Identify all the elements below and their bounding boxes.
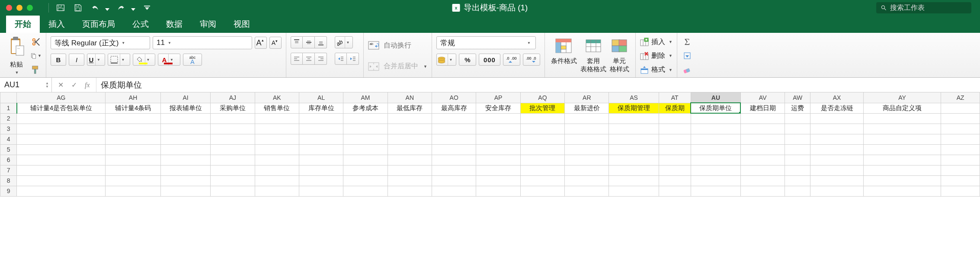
align-center-button[interactable] xyxy=(303,53,315,65)
cell-AH5[interactable] xyxy=(106,144,161,155)
cell-AZ8[interactable] xyxy=(941,175,980,186)
borders-button[interactable]: ▼ xyxy=(108,54,130,66)
insert-function-button[interactable]: fx xyxy=(85,81,90,89)
cell-AQ4[interactable] xyxy=(520,134,564,144)
cell-AV6[interactable] xyxy=(740,155,785,165)
table-format-button[interactable]: 套用 表格格式 xyxy=(579,36,608,76)
cell-AQ7[interactable] xyxy=(520,165,564,175)
cell-AG3[interactable] xyxy=(17,124,106,134)
cell-AS2[interactable] xyxy=(609,113,659,124)
cell-AW5[interactable] xyxy=(785,144,810,155)
cell-AL1[interactable]: 库存单位 xyxy=(299,103,343,113)
align-bottom-button[interactable] xyxy=(315,36,327,48)
cell-AM7[interactable] xyxy=(343,165,388,175)
autosum-button[interactable]: Σ xyxy=(682,37,693,47)
tab-formulas[interactable]: 公式 xyxy=(124,15,157,33)
column-header-AH[interactable]: AH xyxy=(106,92,161,103)
column-header-AQ[interactable]: AQ xyxy=(520,92,564,103)
cell-AR4[interactable] xyxy=(565,134,609,144)
cell-AO5[interactable] xyxy=(432,144,476,155)
cell-AI7[interactable] xyxy=(161,165,211,175)
column-header-AT[interactable]: AT xyxy=(659,92,691,103)
undo-dropdown-icon[interactable] xyxy=(105,8,109,11)
cell-AI6[interactable] xyxy=(161,155,211,165)
row-header-7[interactable]: 7 xyxy=(0,165,17,175)
cell-AY4[interactable] xyxy=(864,134,941,144)
cell-AT2[interactable] xyxy=(659,113,691,124)
window-controls[interactable] xyxy=(6,5,33,11)
cell-AU2[interactable] xyxy=(691,113,740,124)
clear-button[interactable] xyxy=(682,65,693,75)
cell-AM9[interactable] xyxy=(343,186,388,196)
cell-AT4[interactable] xyxy=(659,134,691,144)
font-size-select[interactable]: 11▼ xyxy=(153,36,252,49)
cell-AI3[interactable] xyxy=(161,124,211,134)
formula-bar-input[interactable]: 保质期单位 xyxy=(96,78,980,92)
cell-AK3[interactable] xyxy=(255,124,299,134)
close-window[interactable] xyxy=(6,5,12,11)
cell-AJ2[interactable] xyxy=(211,113,255,124)
tab-insert[interactable]: 插入 xyxy=(40,15,74,33)
row-header-6[interactable]: 6 xyxy=(0,155,17,165)
column-header-AU[interactable]: AU xyxy=(691,92,740,103)
cell-AV1[interactable]: 建档日期 xyxy=(740,103,785,113)
cell-AS7[interactable] xyxy=(609,165,659,175)
cell-AK8[interactable] xyxy=(255,175,299,186)
cell-AV7[interactable] xyxy=(740,165,785,175)
cell-AL6[interactable] xyxy=(299,155,343,165)
cell-AO3[interactable] xyxy=(432,124,476,134)
cell-AW1[interactable]: 运费 xyxy=(785,103,810,113)
decrease-indent-button[interactable] xyxy=(335,53,347,65)
cell-AR9[interactable] xyxy=(565,186,609,196)
increase-indent-button[interactable] xyxy=(347,53,359,65)
tab-home[interactable]: 开始 xyxy=(6,15,40,33)
cell-AX6[interactable] xyxy=(810,155,864,165)
column-header-AW[interactable]: AW xyxy=(785,92,810,103)
cell-AY8[interactable] xyxy=(864,175,941,186)
cell-AX2[interactable] xyxy=(810,113,864,124)
format-cells-button[interactable]: 格式▼ xyxy=(640,65,673,74)
align-middle-button[interactable] xyxy=(303,36,315,48)
cell-AL4[interactable] xyxy=(299,134,343,144)
cell-AP5[interactable] xyxy=(476,144,520,155)
column-header-AY[interactable]: AY xyxy=(864,92,941,103)
row-header-1[interactable]: 1 xyxy=(0,103,17,113)
cell-AY7[interactable] xyxy=(864,165,941,175)
column-header-AZ[interactable]: AZ xyxy=(941,92,980,103)
cell-AJ9[interactable] xyxy=(211,186,255,196)
cell-AO7[interactable] xyxy=(432,165,476,175)
cell-AI2[interactable] xyxy=(161,113,211,124)
cell-AZ1[interactable] xyxy=(941,103,980,113)
cell-AQ2[interactable] xyxy=(520,113,564,124)
row-header-8[interactable]: 8 xyxy=(0,175,17,186)
cell-AL2[interactable] xyxy=(299,113,343,124)
cell-AG9[interactable] xyxy=(17,186,106,196)
cell-AU5[interactable] xyxy=(691,144,740,155)
cell-AN1[interactable]: 最低库存 xyxy=(388,103,432,113)
cancel-formula-button[interactable]: ✕ xyxy=(58,81,64,89)
cut-button[interactable] xyxy=(30,37,42,47)
cell-AK2[interactable] xyxy=(255,113,299,124)
cell-AN4[interactable] xyxy=(388,134,432,144)
cell-AO4[interactable] xyxy=(432,134,476,144)
cell-AS9[interactable] xyxy=(609,186,659,196)
cell-AS5[interactable] xyxy=(609,144,659,155)
cell-AY3[interactable] xyxy=(864,124,941,134)
cell-AQ6[interactable] xyxy=(520,155,564,165)
cell-AZ4[interactable] xyxy=(941,134,980,144)
autosave-toggle-icon[interactable] xyxy=(55,2,66,13)
redo-icon[interactable] xyxy=(115,2,127,13)
cell-AY6[interactable] xyxy=(864,155,941,165)
spreadsheet-grid[interactable]: AGAHAIAJAKALAMANAOAPAQARASATAUAVAWAXAYAZ… xyxy=(0,92,980,197)
increase-decimal-button[interactable]: .0.00 xyxy=(503,54,520,66)
column-header-AJ[interactable]: AJ xyxy=(211,92,255,103)
merge-center-button[interactable]: 合并后居中 ▼ xyxy=(368,62,427,71)
cell-AV5[interactable] xyxy=(740,144,785,155)
cell-AJ5[interactable] xyxy=(211,144,255,155)
cell-AT5[interactable] xyxy=(659,144,691,155)
cell-AJ6[interactable] xyxy=(211,155,255,165)
cell-AZ2[interactable] xyxy=(941,113,980,124)
align-top-button[interactable] xyxy=(291,36,303,48)
cell-AJ4[interactable] xyxy=(211,134,255,144)
bold-button[interactable]: B xyxy=(51,54,66,66)
